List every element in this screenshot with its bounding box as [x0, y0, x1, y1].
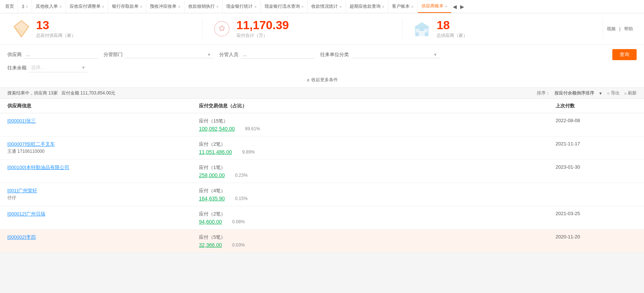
dept-dropdown-icon: ▼ [207, 52, 211, 57]
result-info-prefix: 搜索结果中，供应商 [7, 90, 47, 96]
supplier-link[interactable]: [000007]恒旺二手叉车 [7, 141, 199, 148]
video-link[interactable]: 视频 [607, 26, 616, 32]
person-input[interactable] [241, 51, 314, 59]
nav-tab-bank-deposit-close[interactable]: × [140, 4, 142, 9]
supplier-link[interactable]: [000100]本特勤油品有限公司 [7, 164, 199, 171]
result-bar: 搜索结果中，供应商 13家 应付金额 111,703,854.00元 排序： 按… [0, 88, 644, 99]
collapse-button[interactable]: ∧ 收起更多条件 [7, 75, 637, 85]
top-navigation: 首页 3 × 其他收入单 × 应收应付调整单 × 银行存取款单 × 预收冲应收单… [0, 0, 644, 13]
transaction-amount[interactable]: 32,366.00 [199, 242, 222, 248]
nav-tab-prepay-ar[interactable]: 预收冲应收单 × [146, 0, 184, 13]
supplier-info-col: [000012]广州贝瑞 [7, 211, 199, 217]
transaction-percent: 9.89% [242, 149, 255, 155]
transaction-info-col: 应付（15笔） 100,092,540.00 89.61% [199, 118, 556, 132]
nav-tab-other-income-close[interactable]: × [59, 4, 62, 9]
result-text: 搜索结果中，供应商 13家 应付金额 111,703,854.00元 [7, 90, 115, 96]
nav-tab-collection-stat-close[interactable]: × [339, 4, 342, 9]
nav-tab-customer-book-close[interactable]: × [411, 4, 413, 9]
nav-tab-prepay-ar-label: 预收冲应收单 [150, 3, 176, 10]
filter-balance-label: 往来余额 [7, 65, 27, 71]
nav-tab-other-income[interactable]: 其他收入单 × [32, 0, 66, 13]
filter-category-label: 往来单位分类 [320, 51, 349, 58]
nav-tab-ar-ap-adjust-close[interactable]: × [102, 4, 104, 9]
result-info: 搜索结果中，供应商 13家 应付金额 111,703,854.00元 [7, 90, 115, 96]
supplier-input[interactable] [24, 51, 98, 59]
nav-tab-overdue-ar-label: 超期应收款查询 [350, 3, 381, 10]
last-payment-col: 2022-08-08 [556, 118, 637, 123]
filter-category: 往来单位分类 ▼ [320, 51, 440, 58]
nav-tab-collection-stat[interactable]: 收款情况统计 × [308, 0, 346, 13]
transaction-label: 应付（5笔） [199, 234, 556, 241]
svg-text:✿: ✿ [218, 24, 225, 33]
nav-tab-collection-exec[interactable]: 收款核销执行 × [185, 0, 223, 13]
sort-value[interactable]: 按应付余额倒序排序 [554, 90, 594, 96]
nav-tab-3-close[interactable]: × [26, 4, 28, 9]
supplier-info-col: [000100]本特勤油品有限公司 [7, 164, 199, 171]
supplier-link[interactable]: [000002]李四 [7, 234, 199, 241]
help-link[interactable]: 帮助 [624, 26, 633, 32]
export-button[interactable]: ○ 导出 [607, 90, 620, 96]
nav-tab-cash-stat[interactable]: 现金银行统计 × [223, 0, 260, 13]
category-select[interactable]: ▼ [351, 51, 440, 58]
filter-balance: 往来余额 选择... ▼ [7, 63, 88, 72]
result-amount-prefix: 应付金额 [62, 90, 79, 96]
dept-select[interactable]: ▼ [125, 51, 213, 58]
sort-label: 排序： [537, 90, 550, 96]
nav-tab-home[interactable]: 首页 [1, 0, 18, 13]
supplier-sub: 王通 17106110000 [7, 148, 199, 155]
top-right-links: 视频 | 帮助 [603, 26, 637, 32]
table-row: [000100]本特勤油品有限公司 应付（1笔） 258,000.00 0.23… [0, 160, 644, 183]
nav-tab-collection-exec-label: 收款核销执行 [188, 3, 215, 10]
supplier-link[interactable]: [001]广州荣轩 [7, 187, 199, 194]
last-payment-col: 2020-11-20 [556, 234, 637, 239]
transaction-amount[interactable]: 11,051,486.00 [199, 149, 232, 155]
nav-tab-customer-book[interactable]: 客户账本 × [388, 0, 417, 13]
supplier-link[interactable]: [000012]广州贝瑞 [7, 211, 199, 217]
nav-tab-overdue-ar[interactable]: 超期应收款查询 × [346, 0, 388, 13]
nav-next-arrow[interactable]: ▶ [459, 0, 466, 13]
transaction-amount[interactable]: 258,000.00 [199, 172, 225, 178]
nav-tab-3[interactable]: 3 × [18, 0, 32, 13]
nav-tab-cash-flow[interactable]: 现金银行流水查询 × [261, 0, 308, 13]
balance-select[interactable]: 选择... ▼ [29, 63, 88, 72]
transaction-amount[interactable]: 164,635.90 [199, 196, 225, 201]
nav-tab-overdue-ar-close[interactable]: × [382, 4, 384, 9]
nav-tab-ar-ap-adjust[interactable]: 应收应付调整单 × [66, 0, 108, 13]
summary-card-payable-suppliers: 13 总应付供应商（家） [7, 18, 203, 39]
nav-tab-cash-flow-close[interactable]: × [301, 4, 304, 9]
refresh-button[interactable]: ○ 刷新 [624, 90, 637, 96]
nav-tab-supplier-book[interactable]: 供应商账本 × [418, 0, 451, 13]
svg-rect-8 [419, 31, 425, 36]
collapse-up-icon: ∧ [307, 77, 310, 83]
transaction-info-col: 应付（2笔） 94,600.00 0.08% [199, 211, 556, 225]
supplier-link[interactable]: [000001]张三 [7, 118, 199, 124]
nav-tab-prepay-ar-close[interactable]: × [178, 4, 180, 9]
nav-tab-ar-ap-adjust-label: 应收应付调整单 [70, 3, 101, 10]
nav-prev-arrow[interactable]: ◀ [451, 0, 459, 13]
table-row: [000012]广州贝瑞 应付（2笔） 94,600.00 0.08% 2021… [0, 206, 644, 230]
result-supplier-count: 13家 [48, 90, 57, 96]
search-button[interactable]: 查询 [612, 49, 637, 60]
card-payable-suppliers-content: 13 总应付供应商（家） [36, 19, 76, 39]
balance-dropdown-icon: ▼ [81, 65, 85, 70]
transaction-label: 应付（2笔） [199, 211, 556, 217]
result-total-amount: 111,703,854.00元 [80, 90, 115, 96]
nav-tab-cash-stat-close[interactable]: × [254, 4, 256, 9]
filter-person: 分管人员 [219, 51, 314, 59]
nav-tab-bank-deposit[interactable]: 银行存取款单 × [108, 0, 146, 13]
link-separator: | [619, 26, 620, 31]
diamond-icon [11, 18, 32, 39]
nav-tab-collection-exec-close[interactable]: × [216, 4, 218, 9]
filter-row-2: 往来余额 选择... ▼ [7, 63, 637, 72]
nav-tab-home-label: 首页 [5, 3, 14, 10]
refresh-label: 刷新 [628, 90, 637, 96]
transaction-amount[interactable]: 94,600.00 [199, 219, 222, 225]
svg-rect-9 [416, 29, 420, 32]
transaction-percent: 0.15% [235, 196, 248, 201]
card-total-suppliers-label: 总供应商（家） [437, 32, 468, 39]
star-icon: ✿ [211, 18, 232, 39]
transaction-amount[interactable]: 100,092,540.00 [199, 126, 235, 132]
nav-tab-supplier-book-close[interactable]: × [445, 4, 447, 8]
export-label: 导出 [611, 90, 620, 96]
table-row: [000002]李四 应付（5笔） 32,366.00 0.03% 2020-1… [0, 230, 644, 253]
